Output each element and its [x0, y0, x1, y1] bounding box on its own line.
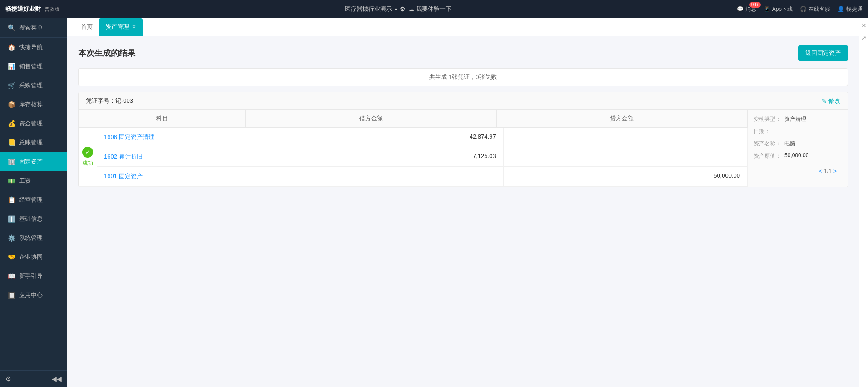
sidebar: 🔍 搜索菜单 🏠 快捷导航 📊 销售管理 🛒 采购管理 📦 库存核算 💰 资金管… — [0, 18, 67, 387]
sidebar-app-center-label: 应用中心 — [19, 291, 43, 299]
side-info-asset-name: 资产名称： 电脑 — [754, 140, 842, 148]
notification-button[interactable]: 💬 消息 99+ — [737, 5, 756, 13]
sidebar-item-app-center[interactable]: 🔲 应用中心 — [0, 286, 67, 305]
cell-subject-3[interactable]: 1601 固定资产 — [97, 167, 259, 186]
row-status-col: ✓ 成功 — [79, 128, 97, 186]
ledger-icon: 📒 — [7, 139, 15, 147]
tab-asset-mgmt[interactable]: 资产管理 ✕ — [99, 18, 143, 36]
cell-subject-2[interactable]: 1602 累计折旧 — [97, 147, 259, 166]
cell-debit-3 — [259, 167, 503, 186]
settings-icon[interactable]: ⚙ — [400, 5, 406, 13]
sidebar-item-purchase[interactable]: 🛒 采购管理 — [0, 76, 67, 95]
finance-icon: 💰 — [7, 119, 15, 128]
panel-expand-button[interactable]: ⤢ — [861, 35, 867, 42]
ops-icon: 📋 — [7, 196, 15, 204]
user-menu[interactable]: 👤 畅捷通 — [838, 5, 863, 13]
return-fixed-assets-button[interactable]: 返回固定资产 — [798, 45, 848, 61]
content-area: 首页 资产管理 ✕ 本次生成的结果 返回固定资产 共生成 1张凭证，0张失败 凭… — [67, 18, 859, 387]
sidebar-item-enterprise[interactable]: 🤝 企业协同 — [0, 248, 67, 267]
sidebar-item-base-info[interactable]: ℹ️ 基础信息 — [0, 209, 67, 228]
voucher-table: 科目 借方金额 贷方金额 ✓ 成功 16 — [79, 110, 848, 187]
top-header: 畅捷通好业财 普及版 医疗器械行业演示 ▾ ⚙ ☁ 我要体验一下 💬 消息 99… — [0, 0, 868, 18]
asset-value-value: 50,000.00 — [784, 152, 808, 160]
sidebar-collapse-button[interactable]: ◀◀ — [52, 375, 62, 382]
base-info-icon: ℹ️ — [7, 215, 15, 223]
sidebar-item-system[interactable]: ⚙️ 系统管理 — [0, 228, 67, 248]
sidebar-system-label: 系统管理 — [19, 234, 43, 242]
header-right: 💬 消息 99+ 📱 App下载 🎧 在线客服 👤 畅捷通 — [737, 5, 863, 13]
sidebar-item-inventory[interactable]: 📦 库存核算 — [0, 95, 67, 114]
voucher-card: 凭证字号：记-003 ✎ 修改 科目 借方金额 贷方金额 — [78, 92, 848, 187]
summary-bar: 共生成 1张凭证，0张失败 — [78, 68, 848, 86]
sidebar-quick-nav-label: 快捷导航 — [19, 43, 43, 51]
cell-subject-1[interactable]: 1606 固定资产清理 — [97, 128, 259, 147]
headset-icon: 🎧 — [800, 6, 807, 12]
sidebar-fixed-assets-label: 固定资产 — [19, 158, 43, 166]
tab-close-button[interactable]: ✕ — [132, 24, 136, 30]
table-data-row-1: 1606 固定资产清理 42,874.97 — [97, 128, 748, 147]
voucher-table-main: 科目 借方金额 贷方金额 ✓ 成功 16 — [79, 110, 748, 187]
side-info-date: 日期： — [754, 128, 842, 135]
sidebar-settings-button[interactable]: ⚙ — [5, 375, 11, 382]
sidebar-ledger-label: 总账管理 — [19, 139, 43, 147]
cloud-icon: ☁ — [408, 6, 414, 13]
sidebar-item-guide[interactable]: 📖 新手引导 — [0, 267, 67, 286]
header-left: 畅捷通好业财 普及版 — [5, 5, 60, 13]
cell-debit-2: 7,125.03 — [259, 147, 503, 166]
app-logo: 畅捷通好业财 — [5, 5, 41, 13]
sidebar-item-finance[interactable]: 💰 资金管理 — [0, 114, 67, 133]
sidebar-item-sales[interactable]: 📊 销售管理 — [0, 57, 67, 76]
asset-value-label: 资产原值： — [754, 152, 781, 160]
panel-close-button[interactable]: ✕ — [861, 22, 867, 29]
app-center-icon: 🔲 — [7, 291, 15, 299]
guide-icon: 📖 — [7, 272, 15, 280]
inventory-icon: 📦 — [7, 100, 15, 109]
col-credit: 贷方金额 — [497, 110, 748, 127]
edit-voucher-button[interactable]: ✎ 修改 — [822, 97, 840, 105]
home-icon: 🏠 — [7, 43, 15, 51]
page-header: 本次生成的结果 返回固定资产 — [78, 45, 848, 61]
sidebar-item-payroll[interactable]: 💵 工资 — [0, 171, 67, 190]
table-data-row-2: 1602 累计折旧 7,125.03 — [97, 147, 748, 167]
asset-name-label: 资产名称： — [754, 140, 781, 148]
search-icon: 🔍 — [7, 24, 15, 32]
sidebar-base-info-label: 基础信息 — [19, 215, 43, 223]
change-type-label: 变动类型： — [754, 115, 781, 123]
sidebar-sales-label: 销售管理 — [19, 62, 43, 70]
pagination: < 1/1 > — [754, 164, 842, 178]
summary-text: 共生成 1张凭证，0张失败 — [429, 74, 496, 80]
sidebar-item-ops[interactable]: 📋 经营管理 — [0, 190, 67, 209]
page-title: 本次生成的结果 — [78, 48, 135, 59]
col-subject: 科目 — [79, 110, 246, 127]
table-data-row-3: 1601 固定资产 50,000.00 — [97, 167, 748, 186]
cell-credit-1 — [504, 128, 748, 147]
sidebar-item-search[interactable]: 🔍 搜索菜单 — [0, 18, 67, 38]
sidebar-footer: ⚙ ◀◀ — [0, 370, 67, 387]
fixed-assets-icon: 🏢 — [7, 158, 15, 166]
status-success-label: 成功 — [82, 159, 93, 167]
sidebar-item-ledger[interactable]: 📒 总账管理 — [0, 133, 67, 152]
tab-bar: 首页 资产管理 ✕ — [67, 18, 859, 36]
sidebar-item-fixed-assets[interactable]: 🏢 固定资产 — [0, 152, 67, 171]
online-service-button[interactable]: 🎧 在线客服 — [800, 5, 830, 13]
sales-icon: 📊 — [7, 62, 15, 70]
page-content: 本次生成的结果 返回固定资产 共生成 1张凭证，0张失败 凭证字号：记-003 … — [67, 36, 859, 387]
sidebar-inventory-label: 库存核算 — [19, 100, 43, 109]
notification-icon: 💬 — [737, 6, 744, 12]
enterprise-icon: 🤝 — [7, 253, 15, 261]
purchase-icon: 🛒 — [7, 81, 15, 89]
table-row-1: ✓ 成功 1606 固定资产清理 42,874.97 160 — [79, 128, 748, 187]
phone-icon: 📱 — [764, 6, 770, 12]
main-layout: 🔍 搜索菜单 🏠 快捷导航 📊 销售管理 🛒 采购管理 📦 库存核算 💰 资金管… — [0, 18, 868, 387]
sidebar-enterprise-label: 企业协同 — [19, 253, 43, 261]
prev-page-button[interactable]: < — [819, 168, 822, 174]
sidebar-item-quick-nav[interactable]: 🏠 快捷导航 — [0, 38, 67, 57]
edit-icon: ✎ — [822, 98, 827, 104]
cell-credit-2 — [504, 147, 748, 166]
experience-button[interactable]: ☁ 我要体验一下 — [408, 5, 451, 13]
company-dropdown-icon[interactable]: ▾ — [395, 7, 397, 12]
side-info-change-type: 变动类型： 资产清理 — [754, 115, 842, 123]
next-page-button[interactable]: > — [833, 168, 837, 174]
tab-home[interactable]: 首页 — [74, 18, 99, 36]
app-download-button[interactable]: 📱 App下载 — [764, 5, 793, 13]
